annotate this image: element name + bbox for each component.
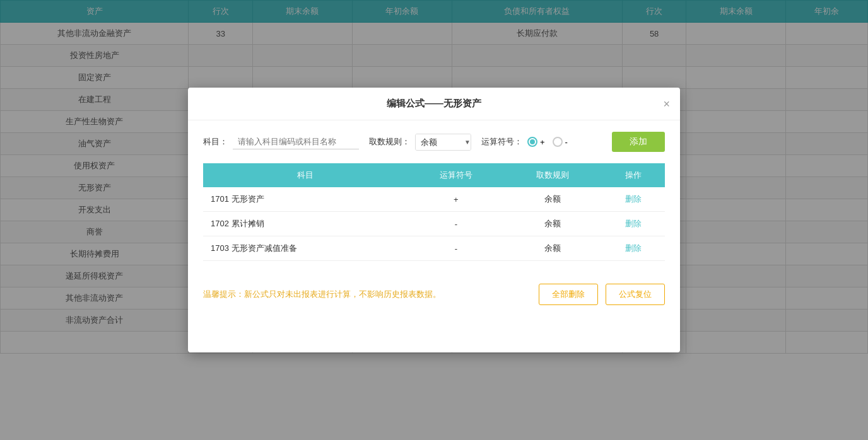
subject-group: 科目：	[203, 134, 359, 149]
data-table-wrap: 科目 运算符号 取数规则 操作 1701 无形资产+余额删除1702 累计摊销-…	[188, 163, 680, 261]
add-button[interactable]: 添加	[612, 132, 665, 152]
th-rule: 取数规则	[505, 163, 601, 187]
subject-input[interactable]	[233, 134, 359, 149]
delete-row-button[interactable]: 删除	[625, 194, 642, 205]
delete-row-button[interactable]: 删除	[625, 218, 642, 229]
formula-action: 删除	[601, 236, 665, 261]
th-operator: 运算符号	[408, 163, 504, 187]
form-row: 科目： 取数规则： 余额 借方发生额 贷方发生额 ▼ 运算	[188, 120, 680, 163]
rule-group: 取数规则： 余额 借方发生额 贷方发生额 ▼	[369, 134, 471, 151]
radio-minus-circle	[553, 137, 563, 147]
footer-tip: 温馨提示：新公式只对未出报表进行计算，不影响历史报表数据。	[203, 289, 441, 300]
formula-row: 1701 无形资产+余额删除	[203, 187, 665, 212]
modal-dialog: 编辑公式——无形资产 × 科目： 取数规则： 余额 借方发生额 贷方发生额	[188, 88, 680, 352]
operator-group: 运算符号： + -	[481, 136, 568, 148]
th-subject: 科目	[203, 163, 408, 187]
operator-plus-label: +	[540, 137, 545, 147]
formula-operator: -	[408, 236, 504, 261]
tip-prefix: 温馨提示：	[203, 289, 244, 299]
tip-content: 新公式只对未出报表进行计算，不影响历史报表数据。	[244, 289, 441, 299]
operator-label: 运算符号：	[481, 136, 522, 148]
modal-title: 编辑公式——无形资产	[387, 98, 481, 110]
formula-row: 1703 无形资产减值准备-余额删除	[203, 236, 665, 261]
operator-radio-group: + -	[527, 137, 568, 147]
formula-rule: 余额	[505, 212, 601, 236]
formula-rule: 余额	[505, 187, 601, 212]
formula-action: 删除	[601, 187, 665, 212]
modal-overlay: 编辑公式——无形资产 × 科目： 取数规则： 余额 借方发生额 贷方发生额	[0, 0, 868, 440]
subject-label: 科目：	[203, 136, 228, 148]
delete-row-button[interactable]: 删除	[625, 243, 642, 254]
formula-operator: -	[408, 212, 504, 236]
formula-subject: 1702 累计摊销	[203, 212, 408, 236]
rule-label: 取数规则：	[369, 136, 410, 148]
formula-subject: 1703 无形资产减值准备	[203, 236, 408, 261]
formula-table: 科目 运算符号 取数规则 操作 1701 无形资产+余额删除1702 累计摊销-…	[203, 163, 665, 261]
formula-subject: 1701 无形资产	[203, 187, 408, 212]
delete-all-button[interactable]: 全部删除	[539, 284, 598, 305]
rule-select-wrap: 余额 借方发生额 贷方发生额 ▼	[415, 134, 471, 151]
modal-header: 编辑公式——无形资产 ×	[188, 88, 680, 120]
reset-formula-button[interactable]: 公式复位	[606, 284, 665, 305]
page-wrapper: 资产 行次 期末余额 年初余额 负债和所有者权益 行次 期末余额 年初余 其他非…	[0, 0, 868, 440]
rule-select[interactable]: 余额 借方发生额 贷方发生额	[416, 134, 471, 150]
formula-operator: +	[408, 187, 504, 212]
radio-plus-circle	[527, 137, 537, 147]
operator-minus-label: -	[565, 137, 568, 147]
modal-close-button[interactable]: ×	[663, 98, 670, 110]
formula-row: 1702 累计摊销-余额删除	[203, 212, 665, 236]
operator-minus-radio[interactable]: -	[553, 137, 568, 147]
formula-action: 删除	[601, 212, 665, 236]
th-action: 操作	[601, 163, 665, 187]
formula-rule: 余额	[505, 236, 601, 261]
modal-footer: 温馨提示：新公式只对未出报表进行计算，不影响历史报表数据。 全部删除 公式复位	[188, 274, 680, 310]
operator-plus-radio[interactable]: +	[527, 137, 545, 147]
footer-buttons: 全部删除 公式复位	[539, 284, 665, 305]
table-header-row: 科目 运算符号 取数规则 操作	[203, 163, 665, 187]
